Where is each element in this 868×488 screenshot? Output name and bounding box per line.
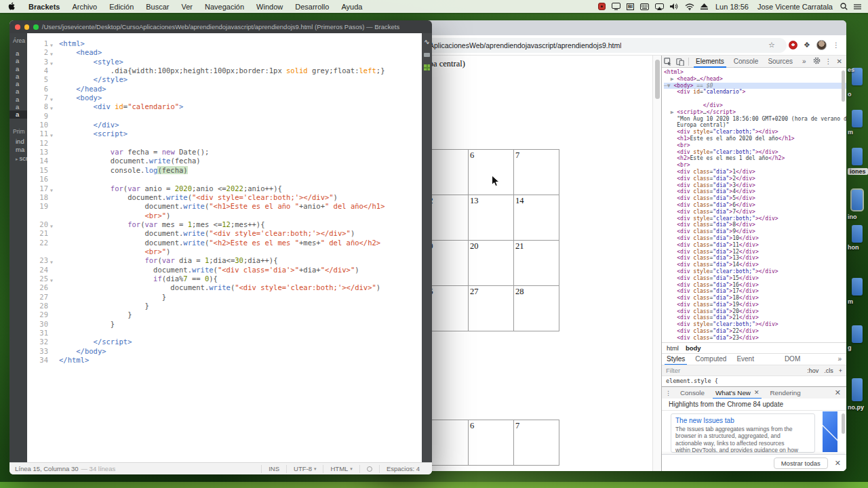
bookmark-star-icon[interactable]: ☆	[768, 41, 775, 49]
breadcrumb-html[interactable]: html	[667, 344, 679, 352]
code-line[interactable]: 8▼ <div id="calendario">	[27, 102, 422, 111]
dom-tree-node[interactable]: <html>	[664, 69, 846, 76]
dom-tree-node[interactable]: </div>	[664, 102, 846, 109]
drawer-menu-icon[interactable]: ⋮	[662, 390, 675, 396]
dom-tree-node[interactable]: <div class="dia">21</div>	[664, 314, 846, 321]
dom-tree-node[interactable]: <div class="dia">6</div>	[664, 202, 846, 209]
dom-tree-node[interactable]: <h1>Este es el año 2020 del año</h1>	[664, 136, 846, 142]
insert-mode-indicator[interactable]: INS	[261, 465, 286, 473]
code-line[interactable]: 31	[27, 329, 422, 338]
dom-tree-node[interactable]: <div class="dia">22</div>	[664, 328, 846, 335]
styles-tabs-overflow[interactable]: »	[833, 353, 846, 365]
devtools-settings-gear-icon[interactable]	[813, 57, 821, 66]
page-scrollbar-thumb[interactable]	[655, 60, 660, 99]
working-file-item[interactable]: a	[9, 96, 27, 103]
dom-tree-node[interactable]: <div class="dia">3</div>	[664, 182, 846, 189]
wifi-icon[interactable]	[685, 3, 694, 10]
dom-tree-node[interactable]: Europa central)"	[664, 122, 846, 129]
devtools-tab-elements[interactable]: Elements	[691, 56, 729, 68]
devtools-tab-console[interactable]: Console	[729, 56, 764, 68]
airplay-icon[interactable]	[655, 3, 664, 10]
code-line[interactable]: 9	[27, 112, 422, 121]
gift-update-icon[interactable]	[424, 64, 430, 70]
extensions-puzzle-icon[interactable]: ❖	[804, 41, 810, 49]
menu-item-window[interactable]: Window	[250, 3, 289, 11]
language-mode-selector[interactable]: HTML▾	[323, 465, 359, 473]
whats-new-card[interactable]: The new Issues tab The Issues tab aggreg…	[671, 413, 815, 453]
working-file-item[interactable]: a	[9, 49, 27, 57]
hov-toggle[interactable]: :hov	[807, 367, 818, 374]
cls-toggle[interactable]: .cls	[824, 367, 833, 374]
drawer-close-icon[interactable]: ✕	[835, 388, 846, 397]
code-line[interactable]: 7▼ <body>	[27, 94, 422, 102]
tab-event-listeners[interactable]: Event Listeners	[732, 353, 779, 365]
dom-tree-node[interactable]: <div class="dia">14</div>	[664, 262, 846, 268]
dom-tree-node[interactable]: <div class="dia">4</div>	[664, 188, 846, 195]
chrome-address-bar[interactable]: AplicacionesWeb/aprendiendojavascript/ap…	[424, 38, 787, 53]
dom-tree-node[interactable]: <div class="dia">11</div>	[664, 242, 846, 249]
desktop-file-icon[interactable]	[852, 325, 863, 343]
working-file-item[interactable]: a	[9, 87, 27, 95]
code-line[interactable]: 2▼ <head>	[27, 48, 422, 57]
code-line[interactable]: 25▼ if(dia%7 == 0){	[27, 274, 422, 283]
dom-tree-node[interactable]: <div class="dia">15</div>	[664, 275, 846, 282]
menu-bar-clock[interactable]: Lun 18:56	[714, 3, 750, 11]
dom-tree-node[interactable]: <div class="dia">20</div>	[664, 308, 846, 315]
footer-close-icon[interactable]: ✕	[835, 459, 841, 468]
code-line[interactable]: 19 document.write("<h1>Este es el año "+…	[27, 202, 422, 211]
dom-tree-node[interactable]: <div class="dia">17</div>	[664, 288, 846, 295]
desktop-file-icon[interactable]	[852, 148, 863, 165]
encoding-selector[interactable]: UTF-8▾	[286, 465, 323, 473]
code-line[interactable]: 28 }	[27, 302, 422, 310]
code-line[interactable]: 4 .dia{width:100px;height:100px;border:1…	[27, 66, 422, 75]
keyboard-icon[interactable]	[640, 3, 649, 10]
tab-computed[interactable]: Computed	[690, 353, 731, 365]
volume-icon[interactable]	[670, 3, 679, 10]
chrome-tab-strip[interactable]	[376, 20, 846, 35]
apple-menu-icon[interactable]	[8, 2, 16, 11]
menu-item-archivo[interactable]: Archivo	[66, 3, 103, 11]
devtools-tab-sources[interactable]: Sources	[763, 56, 797, 68]
dom-tree-node[interactable]: <div style="clear:both;"></div>	[664, 216, 846, 222]
drawer-scrollbar-thumb[interactable]	[842, 413, 845, 434]
devtools-scrollbar-thumb[interactable]	[842, 70, 845, 102]
code-line[interactable]: 16	[27, 175, 422, 184]
dom-tree-node[interactable]: <div class="dia">5</div>	[664, 195, 846, 202]
chrome-menu-icon[interactable]: ⋮	[833, 41, 840, 49]
code-line[interactable]: 5 </style>	[27, 75, 422, 84]
dom-tree-node[interactable]: <div class="dia">19</div>	[664, 302, 846, 308]
code-line[interactable]: <br>")	[27, 247, 422, 256]
code-line[interactable]: 17▼ for(var anio = 2020;anio <=2022;anio…	[27, 184, 422, 193]
dom-tree-node[interactable]: <div class="dia">7</div>	[664, 209, 846, 216]
code-line[interactable]: 12	[27, 139, 422, 148]
code-line[interactable]: 13 var fecha = new Date();	[27, 148, 422, 157]
code-line[interactable]: 34</html>	[27, 356, 422, 365]
drawer-tab-rendering[interactable]: Rendering	[764, 387, 806, 399]
device-toolbar-icon[interactable]	[676, 58, 684, 66]
code-line[interactable]: 10 </div>	[27, 121, 422, 129]
working-file-item[interactable]: a	[9, 65, 27, 73]
live-preview-icon[interactable]: ∿	[424, 39, 429, 45]
devtools-close-icon[interactable]: ✕	[837, 58, 842, 65]
notification-center-icon[interactable]	[854, 3, 861, 10]
screen-record-icon[interactable]	[598, 3, 606, 10]
working-file-item[interactable]: a	[9, 103, 27, 110]
inspect-element-icon[interactable]	[664, 58, 672, 66]
styles-filter-input[interactable]: Filter	[666, 367, 680, 374]
menu-item-brackets[interactable]: Brackets	[22, 3, 66, 11]
boot-camp-icon[interactable]: BI	[627, 3, 634, 10]
dom-tree-node[interactable]: <div style="clear:both;"></div>	[664, 268, 846, 275]
menu-item-navegación[interactable]: Navegación	[199, 3, 250, 11]
dom-tree-node[interactable]: ▶ <head>…</head>	[664, 76, 846, 83]
display-icon[interactable]	[612, 3, 620, 10]
dom-tree-node[interactable]: <div class="dia">1</div>	[664, 169, 846, 176]
code-line[interactable]: <br>")	[27, 211, 422, 220]
devtools-tabs-overflow[interactable]: »	[797, 56, 811, 68]
code-line[interactable]: 27 }	[27, 293, 422, 302]
close-whats-new-icon[interactable]: ✕	[754, 387, 760, 399]
code-line[interactable]: 1▼<html>	[27, 39, 422, 48]
code-line[interactable]: 30 }	[27, 320, 422, 329]
tab-dom-breakpoints[interactable]: DOM Breakpoints	[780, 353, 833, 365]
extension-adblock-icon[interactable]	[789, 41, 797, 49]
spotlight-search-icon[interactable]	[840, 3, 848, 10]
